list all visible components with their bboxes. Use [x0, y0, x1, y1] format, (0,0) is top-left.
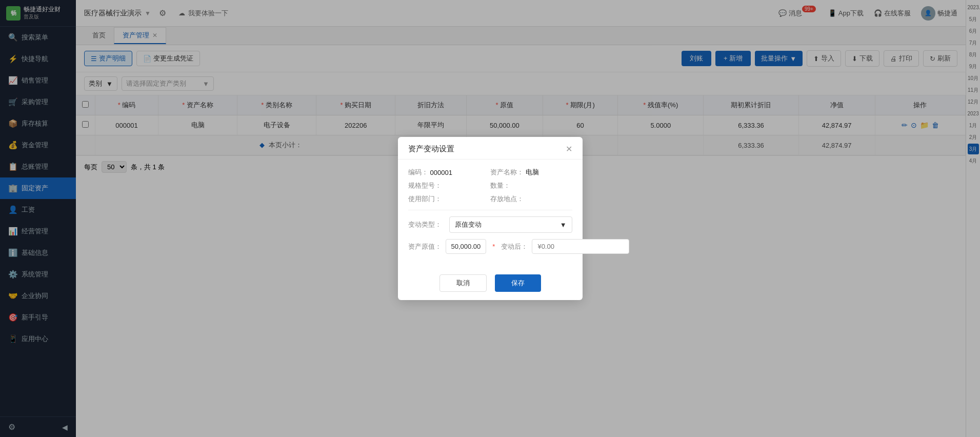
quantity-label: 数量：	[490, 181, 510, 190]
dialog-asset-name-item: 资产名称： 电脑	[490, 168, 572, 177]
dialog-divider	[408, 210, 572, 210]
dialog-footer: 取消 保存	[398, 268, 583, 300]
asset-change-dialog: 资产变动设置 ✕ 编码： 000001 资产名称： 电脑 规格型号： 数量：	[398, 137, 583, 300]
asset-name-value: 电脑	[526, 168, 539, 177]
change-type-row: 变动类型： 原值变动 ▼	[408, 216, 572, 233]
dialog-info-grid: 编码： 000001 资产名称： 电脑 规格型号： 数量： 使用部门：	[408, 168, 572, 204]
department-label: 使用部门：	[408, 194, 442, 204]
dialog-title: 资产变动设置	[408, 144, 454, 154]
asset-name-label: 资产名称：	[490, 168, 524, 177]
dialog-department-item: 使用部门：	[408, 194, 490, 204]
dialog-quantity-item: 数量：	[490, 181, 572, 190]
dialog-code-item: 编码： 000001	[408, 168, 490, 177]
cancel-button[interactable]: 取消	[439, 274, 487, 292]
spec-label: 规格型号：	[408, 181, 442, 190]
asset-original-label: 资产原值：	[408, 242, 442, 251]
change-type-arrow-icon: ▼	[560, 221, 567, 229]
required-star: *	[492, 243, 495, 250]
dialog-body: 编码： 000001 资产名称： 电脑 规格型号： 数量： 使用部门：	[398, 160, 583, 268]
change-after-label: 变动后：	[501, 242, 528, 251]
code-value: 000001	[430, 169, 452, 176]
dialog-location-item: 存放地点：	[490, 194, 572, 204]
change-after-input[interactable]	[532, 239, 629, 254]
change-type-value: 原值变动	[455, 220, 482, 229]
dialog-header: 资产变动设置 ✕	[398, 137, 583, 160]
change-type-select[interactable]: 原值变动 ▼	[449, 216, 572, 233]
dialog-spec-item: 规格型号：	[408, 181, 490, 190]
code-label: 编码：	[408, 168, 428, 177]
save-button[interactable]: 保存	[495, 274, 541, 292]
location-label: 存放地点：	[490, 194, 524, 204]
dialog-close-icon[interactable]: ✕	[566, 144, 572, 154]
asset-original-value: 50,000.00	[446, 239, 487, 254]
change-type-label: 变动类型：	[408, 220, 445, 229]
asset-original-row: 资产原值： 50,000.00 * 变动后：	[408, 239, 572, 254]
dialog-overlay: 资产变动设置 ✕ 编码： 000001 资产名称： 电脑 规格型号： 数量：	[0, 0, 980, 437]
